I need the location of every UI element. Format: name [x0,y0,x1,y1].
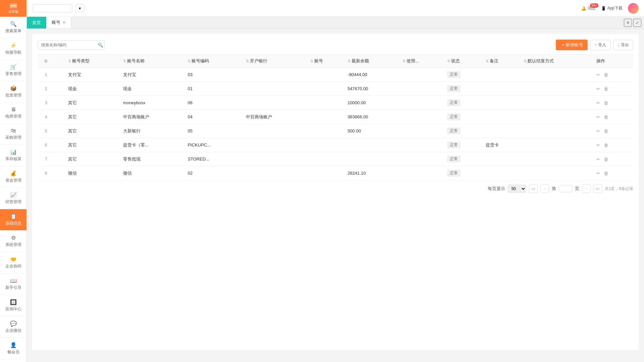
app-download-label: App下载 [607,5,623,11]
col-account[interactable]: 账号 [308,55,345,68]
delete-icon[interactable]: 🗑 [604,157,608,162]
status-badge: 正常 [447,99,461,106]
tab-expand-action[interactable]: ⤢ [633,19,641,27]
sidebar-item-inventory[interactable]: 📊库存核算 [0,145,26,166]
sidebar-item-ecommerce-mgmt[interactable]: 🖥电商管理 [0,103,26,124]
sidebar-item-retail-mgmt[interactable]: 🛒零售管理 [0,60,26,81]
sidebar-item-basic-info[interactable]: 📋基础信息 [0,209,26,231]
cell-name: 中百商场账户 [120,110,185,124]
messages-button[interactable]: 🔔 消息 99+ [581,5,596,11]
last-page-button[interactable]: ⏭ [593,184,602,193]
export-button[interactable]: ↓ 导出 [613,40,633,50]
tab-account[interactable]: 账号 ✕ [46,17,71,28]
sidebar-icon-basic-info: 📋 [10,213,17,220]
cell-account [308,152,345,166]
edit-icon[interactable]: ✏ [596,72,600,77]
col-bank[interactable]: 开户银行 [243,55,308,68]
sidebar-item-operations[interactable]: 📈经营管理 [0,188,26,209]
status-badge: 正常 [447,71,461,78]
cell-balance: 383866.00 [345,110,400,124]
col-status[interactable]: 状态 [444,55,483,68]
col-remark[interactable]: 备注 [483,55,521,68]
edit-icon[interactable]: ✏ [596,86,600,92]
sidebar-icon-system-mgmt: ⚙ [11,235,16,241]
search-input[interactable] [38,41,95,49]
col-settings[interactable]: ⚙ [38,55,54,68]
prev-page-button[interactable]: ‹ [540,184,549,193]
delete-icon[interactable]: 🗑 [604,171,608,176]
edit-icon[interactable]: ✏ [596,100,600,106]
edit-icon[interactable]: ✏ [596,142,600,148]
sidebar-item-search-menu[interactable]: 🔍搜索菜单 [0,17,26,38]
sidebar-icon-app-center: 🔲 [10,299,17,305]
add-account-button[interactable]: + 新增账号 [556,40,588,50]
cell-default-settlement [521,124,594,138]
col-code[interactable]: 账号编码 [185,55,243,68]
app-download-button[interactable]: 📱 App下载 [601,5,623,11]
delete-icon[interactable]: 🗑 [604,142,608,148]
sidebar-icon-ecommerce-mgmt: 🖥 [11,107,16,113]
tab-close-icon[interactable]: ✕ [62,20,66,25]
header-search-input[interactable] [32,4,72,12]
sidebar-label-inventory: 库存核算 [5,156,21,162]
sidebar-item-quick-nav[interactable]: ⚡快捷导航 [0,38,26,60]
delete-icon[interactable]: 🗑 [604,128,608,134]
sidebar-item-member[interactable]: 👤畅会员 [0,338,26,359]
edit-icon[interactable]: ✏ [596,128,600,134]
col-default-settlement[interactable]: 默认结算方式 [521,55,594,68]
delete-icon[interactable]: 🗑 [604,114,608,120]
header-dropdown[interactable]: ▾ [75,4,85,12]
settings-icon[interactable]: ⚙ [44,59,48,64]
content-area: 🔍 + 新增账号 ↑ 导入 ↓ 导出 [27,29,644,362]
edit-icon[interactable]: ✏ [596,157,600,162]
cell-bank [243,96,308,110]
sidebar-item-new-guide[interactable]: 📖新手引导 [0,274,26,295]
sidebar-item-enterprise-wechat[interactable]: 💬企业微信 [0,316,26,338]
cell-type: 其它 [65,124,120,138]
cell-usage [400,152,444,166]
sidebar-item-purchase-mgmt[interactable]: 🛍采购管理 [0,124,26,145]
cell-balance: -90444.00 [345,68,400,82]
sidebar-item-enterprise-agreement[interactable]: 🤝企业协同 [0,252,26,274]
sidebar-item-app-center[interactable]: 🔲应用中心 [0,295,26,316]
delete-icon[interactable]: 🗑 [604,100,608,106]
cell-status: 正常 [444,96,483,110]
page-size-select[interactable]: 50 100 200 [508,185,526,193]
tab-home[interactable]: 首页 [27,17,46,28]
tab-close-action[interactable]: ✕ [624,19,632,27]
search-button[interactable]: 🔍 [95,43,105,48]
cell-name: 支付宝 [120,68,185,82]
first-page-button[interactable]: ⏮ [529,184,538,193]
cell-account [308,110,345,124]
sidebar-item-wholesale-mgmt[interactable]: 📦批发管理 [0,81,26,103]
cell-bank [243,152,308,166]
cell-account [308,96,345,110]
search-wrapper: 🔍 [38,40,105,50]
user-avatar[interactable] [628,3,639,14]
delete-icon[interactable]: 🗑 [604,72,608,77]
cell-num: 1 [38,68,54,82]
sidebar-label-wholesale-mgmt: 批发管理 [5,93,21,98]
table-row: 4 其它 中百商场账户 04 中百商场账户 383866.00 正常 ✏ 🗑 [38,110,633,124]
sidebar-item-finance[interactable]: 💰资金管理 [0,166,26,188]
import-button[interactable]: ↑ 导入 [590,40,610,50]
import-icon: ↑ [595,43,597,47]
page-number-input[interactable]: 1 [559,185,572,192]
col-type[interactable]: 账号类型 [65,55,120,68]
table-body: 1 支付宝 支付宝 03 -90444.00 正常 ✏ 🗑 2 现金 现金 01 [38,68,633,180]
cell-num2 [54,96,65,110]
sidebar-item-system-mgmt[interactable]: ⚙系统管理 [0,231,26,252]
cell-balance: 28241.10 [345,166,400,180]
next-page-button[interactable]: › [582,184,591,193]
cell-actions: ✏ 🗑 [594,124,633,138]
col-name[interactable]: 账号名称 [120,55,185,68]
cell-balance [345,138,400,152]
col-balance[interactable]: 最新余额 [345,55,400,68]
cell-code: 02 [185,166,243,180]
cell-actions: ✏ 🗑 [594,82,633,96]
delete-icon[interactable]: 🗑 [604,86,608,92]
edit-icon[interactable]: ✏ [596,114,600,120]
col-usage[interactable]: 使用... [400,55,444,68]
cell-usage [400,138,444,152]
edit-icon[interactable]: ✏ [596,171,600,176]
